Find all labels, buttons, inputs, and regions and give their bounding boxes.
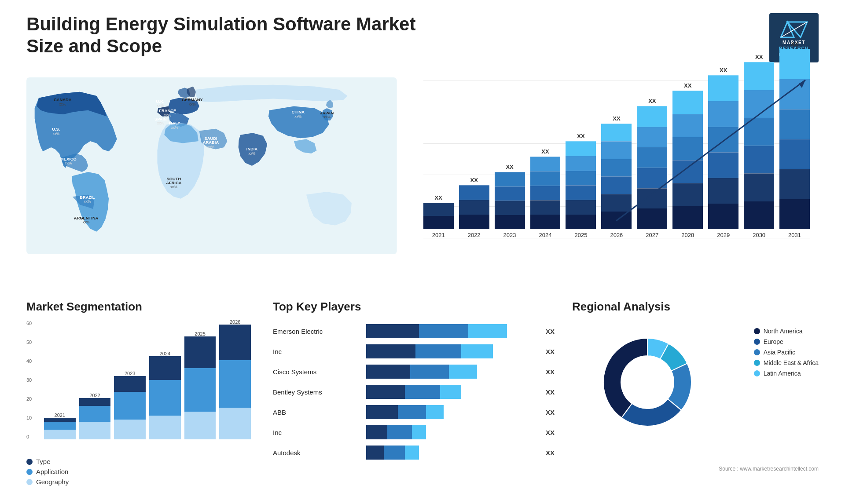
svg-text:xx%: xx% [65, 161, 72, 165]
bar-segment [459, 215, 489, 229]
player-value: XX [546, 368, 555, 376]
regional-section: Regional Analysis North AmericaEuropeAsi… [572, 300, 819, 504]
legend-label: Geography [36, 478, 69, 486]
bar-segment [566, 215, 596, 229]
bar-group: XX2030 [744, 54, 774, 238]
seg-application-bar [79, 406, 111, 422]
bar-segment [672, 91, 703, 114]
regional-legend-label: Europe [764, 338, 783, 345]
bar-segment [779, 169, 810, 199]
legend-circle [754, 360, 760, 366]
player-row: Cisco SystemsXX [273, 365, 555, 379]
bar-segment [672, 183, 703, 206]
y-axis-label: 0 [26, 434, 32, 439]
bar-value-label: XX [470, 177, 478, 183]
bar-value-label: XX [506, 164, 513, 170]
bar-segment [744, 173, 774, 201]
player-value: XX [546, 328, 555, 335]
bar-value-label: XX [791, 40, 798, 47]
donut-chart [586, 321, 718, 453]
seg-bar-group: 2024 [149, 349, 181, 439]
player-bar-seg3 [468, 324, 507, 338]
seg-geography-bar [149, 416, 181, 439]
seg-geography-bar [79, 422, 111, 440]
player-bar-seg1 [366, 344, 415, 358]
bar-year-label: 2023 [503, 232, 516, 238]
bar-segment [637, 188, 667, 209]
bar-value-label: XX [541, 148, 549, 155]
seg-legend-item: Application [26, 468, 255, 475]
top-section: CANADA xx% U.S. xx% MEXICO xx% BRAZIL xx… [26, 71, 819, 282]
regional-legend-label: North America [764, 328, 803, 335]
regional-legend: North AmericaEuropeAsia PacificMiddle Ea… [745, 328, 819, 377]
bar-year-label: 2031 [788, 232, 801, 238]
bar-chart-area: XX2021XX2022XX2023XX2024XX2025XX2026XX20… [415, 71, 819, 256]
player-bar-container [366, 324, 537, 338]
svg-text:xx%: xx% [189, 102, 196, 106]
bar-segment [530, 186, 561, 200]
legend-circle [754, 339, 760, 345]
svg-text:xx%: xx% [294, 114, 301, 119]
bar-stack [566, 141, 596, 229]
bar-stack [637, 106, 667, 229]
player-bar-seg2 [419, 324, 468, 338]
y-axis-label: 50 [26, 340, 32, 345]
player-bar-seg3 [461, 344, 493, 358]
bar-segment [566, 185, 596, 200]
map-section: CANADA xx% U.S. xx% MEXICO xx% BRAZIL xx… [26, 71, 397, 282]
bar-segment [423, 216, 454, 229]
segmentation-section: Market Segmentation 0102030405060 202120… [26, 300, 255, 504]
bar-segment [530, 200, 561, 215]
bar-stack [744, 62, 774, 229]
player-bar-seg1 [366, 324, 419, 338]
players-title: Top Key Players [273, 300, 555, 314]
bar-value-label: XX [613, 115, 620, 122]
bar-year-label: 2030 [753, 232, 765, 238]
seg-year-label: 2023 [125, 371, 135, 376]
bar-segment [708, 178, 738, 203]
seg-geography-bar [219, 408, 251, 439]
player-name: Inc [273, 348, 361, 355]
player-bar-seg2 [398, 405, 426, 419]
svg-text:xx%: xx% [84, 199, 91, 204]
player-bar-seg2 [384, 446, 405, 460]
bar-stack [423, 203, 454, 229]
regional-legend-label: Asia Pacific [764, 349, 795, 356]
svg-text:xx%: xx% [83, 220, 90, 224]
legend-circle [754, 328, 760, 334]
legend-circle [754, 349, 760, 355]
bar-segment [779, 79, 810, 109]
bar-value-label: XX [648, 98, 656, 104]
player-row: IncXX [273, 344, 555, 358]
player-value: XX [546, 348, 555, 355]
regional-legend-label: Latin America [764, 370, 801, 377]
seg-application-bar [149, 380, 181, 416]
seg-y-axis: 0102030405060 [26, 321, 32, 439]
bar-segment [779, 139, 810, 169]
player-value: XX [546, 409, 555, 416]
player-bar-container [366, 365, 537, 379]
bar-segment [601, 124, 632, 141]
player-bar-seg3 [426, 405, 444, 419]
player-bar-seg2 [410, 365, 449, 379]
bar-segment [744, 118, 774, 146]
bar-year-label: 2024 [539, 232, 552, 238]
bar-group: XX2027 [637, 98, 667, 238]
bar-group: XX2026 [601, 115, 632, 238]
seg-application-bar [219, 360, 251, 408]
svg-text:xx%: xx% [207, 145, 214, 149]
bar-year-label: 2025 [574, 232, 587, 238]
bar-segment [672, 137, 703, 160]
player-name: Autodesk [273, 449, 361, 457]
seg-year-label: 2021 [55, 413, 65, 418]
regional-legend-item: Europe [754, 338, 783, 345]
bar-segment [601, 194, 632, 212]
bar-segment [779, 199, 810, 229]
player-name: Inc [273, 429, 361, 436]
player-bar-container [366, 425, 537, 439]
segmentation-title: Market Segmentation [26, 300, 255, 314]
seg-bar-group: 2023 [114, 369, 146, 439]
logo-icon [776, 18, 812, 40]
player-row: Emerson ElectricXX [273, 324, 555, 338]
player-bar-seg1 [366, 385, 405, 399]
